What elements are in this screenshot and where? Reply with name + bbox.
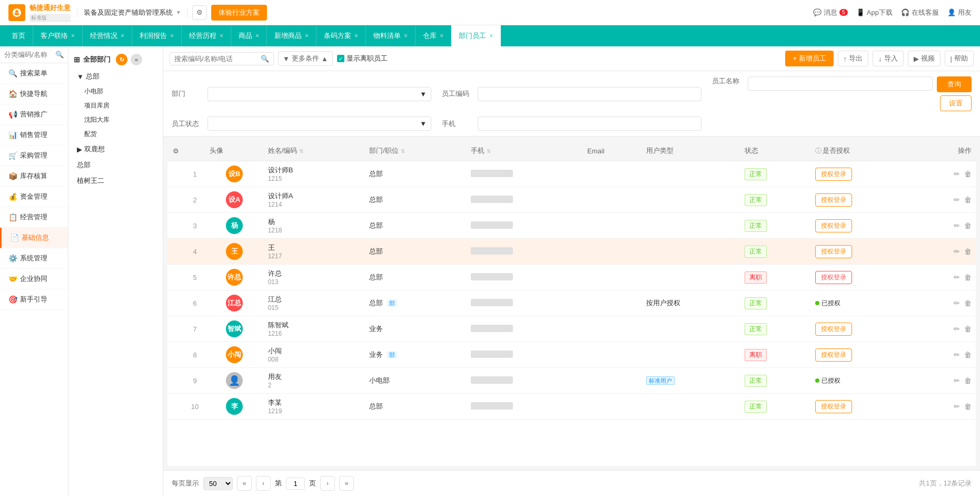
auth-button[interactable]: 授权登录 (815, 168, 852, 181)
edit-icon[interactable]: ✏ (954, 325, 960, 333)
dept-refresh-button[interactable]: ↻ (116, 54, 127, 65)
dept-item-project[interactable]: 项目库房 (79, 99, 163, 113)
delete-icon[interactable]: 🗑 (964, 351, 972, 359)
sidebar-item-sales[interactable]: 📊 销售管理 (0, 125, 68, 145)
close-icon[interactable]: × (354, 32, 358, 40)
close-icon[interactable]: × (170, 32, 174, 40)
dept-collapse-button[interactable]: « (131, 54, 142, 65)
sidebar-item-collab[interactable]: 🤝 企业协同 (0, 269, 68, 289)
nav-tab-profit[interactable]: 利润报告 × (132, 25, 182, 46)
th-dept[interactable]: 部门/职位 ⇅ (365, 141, 467, 161)
dept-item-zongbu[interactable]: 总部 (68, 157, 163, 173)
query-button[interactable]: 查询 (937, 76, 972, 92)
close-icon[interactable]: × (71, 32, 75, 40)
edit-icon[interactable]: ✏ (954, 351, 960, 359)
gear-button[interactable]: ⚙ (192, 5, 207, 20)
nav-tab-customer[interactable]: 客户联络 × (33, 25, 83, 46)
sidebar-item-search[interactable]: 🔍 搜索菜单 (0, 63, 68, 84)
user-action[interactable]: 👤 用友 (947, 8, 972, 17)
delete-icon[interactable]: 🗑 (964, 376, 972, 385)
delete-icon[interactable]: 🗑 (964, 299, 972, 307)
close-icon[interactable]: × (440, 32, 443, 40)
import-button[interactable]: ↓ 导入 (873, 51, 904, 66)
nav-tab-employees[interactable]: 部门员工 × (451, 25, 501, 46)
nav-tab-home[interactable]: 首页 (4, 25, 33, 46)
edit-icon[interactable]: ✏ (954, 402, 960, 411)
per-page-select[interactable]: 50 100 200 (203, 477, 233, 490)
sidebar-item-finance[interactable]: 💰 资金管理 (0, 187, 68, 207)
dept-item-xiaodian[interactable]: 小电部 (79, 84, 163, 99)
sidebar-item-inventory[interactable]: 📦 库存核算 (0, 166, 68, 187)
more-filter-button[interactable]: ▼ 更多条件 ▲ (278, 51, 333, 66)
sidebar-search-input[interactable] (4, 51, 53, 59)
phone-input[interactable] (478, 116, 701, 131)
show-resigned-toggle[interactable]: ✓ 显示离职员工 (337, 54, 388, 63)
page-number-input[interactable] (286, 478, 305, 490)
delete-icon[interactable]: 🗑 (964, 273, 972, 281)
close-icon[interactable]: × (220, 32, 223, 40)
sidebar-item-guide[interactable]: 🎯 新手引导 (0, 289, 68, 310)
edit-icon[interactable]: ✏ (954, 196, 960, 204)
help-button[interactable]: | 帮助 (945, 51, 974, 66)
first-page-button[interactable]: « (237, 476, 252, 491)
nav-tab-bom[interactable]: 物料清单 × (366, 25, 415, 46)
sidebar-item-purchase[interactable]: 🛒 采购管理 (0, 145, 68, 166)
search-input[interactable] (174, 55, 259, 63)
emp-name-input[interactable] (748, 76, 933, 91)
nav-tab-history[interactable]: 经营历程 × (182, 25, 231, 46)
app-download-action[interactable]: 📱 App下载 (856, 8, 893, 17)
auth-button[interactable]: 授权登录 (815, 245, 852, 258)
auth-button[interactable]: 授权登录 (815, 348, 852, 362)
message-action[interactable]: 💬 消息 5 (813, 8, 848, 17)
sidebar-search-box[interactable]: 🔍 (0, 46, 68, 63)
nav-tab-goods[interactable]: 商品 × (231, 25, 267, 46)
close-icon[interactable]: × (305, 32, 309, 40)
auth-button[interactable]: 授权登录 (815, 193, 852, 207)
add-employee-button[interactable]: + 新增员工 (785, 51, 833, 66)
edit-icon[interactable]: ✏ (954, 247, 960, 256)
delete-icon[interactable]: 🗑 (964, 170, 972, 178)
video-button[interactable]: ▶ 视频 (908, 51, 941, 66)
th-settings[interactable]: ⚙ (167, 141, 184, 161)
delete-icon[interactable]: 🗑 (964, 196, 972, 204)
auth-button[interactable]: 授权登录 (815, 271, 852, 284)
system-title[interactable]: 装备及固定资产辅助管理系统 ▼ (77, 8, 188, 17)
sidebar-item-marketing[interactable]: 📢 营销推广 (0, 104, 68, 125)
last-page-button[interactable]: » (339, 476, 354, 491)
export-button[interactable]: ↑ 导出 (838, 51, 869, 66)
sidebar-item-nav[interactable]: 🏠 快捷导航 (0, 84, 68, 104)
prev-page-button[interactable]: ‹ (256, 476, 271, 491)
delete-icon[interactable]: 🗑 (964, 247, 972, 256)
edit-icon[interactable]: ✏ (954, 376, 960, 385)
next-page-button[interactable]: › (320, 476, 335, 491)
dept-item-shenyang[interactable]: 沈阳大库 (79, 113, 163, 127)
delete-icon[interactable]: 🗑 (964, 402, 972, 411)
dept-item-peihuo[interactable]: 配货 (79, 127, 163, 141)
trial-button[interactable]: 体验行业方案 (211, 5, 267, 21)
status-select[interactable]: ▼ (207, 116, 431, 131)
online-service-action[interactable]: 🎧 在线客服 (901, 8, 939, 17)
edit-icon[interactable]: ✏ (954, 221, 960, 230)
auth-button[interactable]: 授权登录 (815, 219, 852, 232)
edit-icon[interactable]: ✏ (954, 273, 960, 281)
sidebar-item-basic-info[interactable]: 📄 基础信息 (0, 228, 68, 248)
dept-item-root[interactable]: ▼ 总部 (68, 69, 163, 84)
close-icon[interactable]: × (404, 32, 408, 40)
th-phone[interactable]: 手机 ⇅ (467, 141, 583, 161)
search-box[interactable]: 🔍 (170, 52, 274, 65)
close-icon[interactable]: × (121, 32, 124, 40)
close-icon[interactable]: × (489, 32, 493, 40)
sidebar-item-operations[interactable]: 📋 经营管理 (0, 207, 68, 228)
auth-button[interactable]: 授权登录 (815, 323, 852, 336)
nav-tab-new-goods[interactable]: 新增商品 × (267, 25, 316, 46)
sort-icon[interactable]: ⇅ (299, 148, 303, 154)
sidebar-item-system[interactable]: ⚙️ 系统管理 (0, 248, 68, 269)
nav-tab-warehouse[interactable]: 仓库 × (415, 25, 451, 46)
sort-icon[interactable]: ⇅ (401, 148, 405, 154)
dept-item-shuanglu[interactable]: ▶ 双鹿想 (68, 141, 163, 157)
emp-code-input[interactable] (478, 87, 701, 101)
nav-tab-barcode[interactable]: 条码方案 × (316, 25, 366, 46)
th-name[interactable]: 姓名/编码 ⇅ (264, 141, 365, 161)
edit-icon[interactable]: ✏ (954, 170, 960, 178)
dept-item-zhishu[interactable]: 植树王二 (68, 173, 163, 189)
